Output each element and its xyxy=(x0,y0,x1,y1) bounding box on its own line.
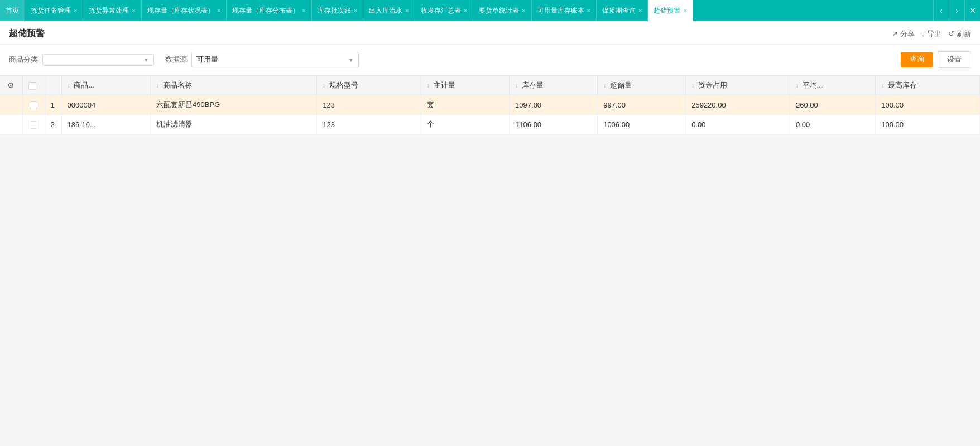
close-tab-icon[interactable]: × xyxy=(405,7,409,14)
close-tab-icon[interactable]: × xyxy=(302,7,305,14)
close-tab-icon[interactable]: × xyxy=(587,7,590,14)
query-button[interactable]: 查询 xyxy=(901,52,933,67)
header-checkbox[interactable] xyxy=(28,82,36,90)
nav-tab-abnormal[interactable]: 拣货异常处理× xyxy=(83,0,141,21)
nav-tab-inventory-dist[interactable]: 现存量（库存分布表）× xyxy=(227,0,311,21)
datasource-select[interactable]: 可用量 ▼ xyxy=(191,52,359,67)
cell-capital: 259220.00 xyxy=(686,95,790,115)
cell-avg: 260.00 xyxy=(790,95,875,115)
datasource-chevron-icon: ▼ xyxy=(348,57,354,63)
cell-stock: 1106.00 xyxy=(510,115,598,134)
nav-arrows: ‹ › ✕ xyxy=(933,0,980,21)
col-capital[interactable]: ↕ 资金占用 xyxy=(686,76,790,95)
page-header: 超储预警 ↗ 分享 ↓ 导出 ↺ 刷新 xyxy=(0,21,980,45)
col-spec-label: 规格型号 xyxy=(329,81,358,89)
nav-arrow-right[interactable]: › xyxy=(949,0,964,21)
sort-icon-overstock: ↕ xyxy=(603,83,606,89)
nav-tab-batch-account[interactable]: 库存批次账× xyxy=(312,0,363,21)
cell-spec: 123 xyxy=(317,95,421,115)
close-tab-icon[interactable]: × xyxy=(354,7,357,14)
col-max-stock-label: 最高库存 xyxy=(888,81,917,89)
cell-settings xyxy=(0,95,22,115)
nav-arrow-left[interactable]: ‹ xyxy=(933,0,949,21)
export-icon: ↓ xyxy=(921,30,925,38)
cell-checkbox xyxy=(22,115,45,134)
sort-icon-spec: ↕ xyxy=(323,83,325,89)
settings-button[interactable]: 设置 xyxy=(938,51,971,68)
row-checkbox[interactable] xyxy=(30,121,37,129)
nav-tab-home[interactable]: 首页 xyxy=(0,0,25,21)
col-product-name-label: 商品名称 xyxy=(163,81,192,89)
close-tab-icon[interactable]: × xyxy=(464,7,467,14)
table-row: 2186-10...机油滤清器123个1106.001006.000.000.0… xyxy=(0,115,980,134)
col-product-name[interactable]: ↕ 商品名称 xyxy=(151,76,317,95)
filter-actions: 查询 设置 xyxy=(901,51,971,68)
close-tab-icon[interactable]: × xyxy=(217,7,220,14)
row-checkbox[interactable] xyxy=(30,101,37,109)
col-product-code-label: 商品... xyxy=(74,81,94,89)
category-chevron-icon: ▼ xyxy=(143,57,149,63)
cell-overstock: 1006.00 xyxy=(598,115,686,134)
sort-icon-max: ↕ xyxy=(881,83,884,89)
header-actions: ↗ 分享 ↓ 导出 ↺ 刷新 xyxy=(892,29,972,39)
nav-arrow-close[interactable]: ✕ xyxy=(964,0,980,21)
overstock-table: ⚙ ↕ 商品... ↕ 商品名称 ↕ xyxy=(0,75,980,134)
filter-bar: 商品分类 ▼ 数据源 可用量 ▼ 查询 设置 xyxy=(0,45,980,75)
col-product-code[interactable]: ↕ 商品... xyxy=(61,76,151,95)
close-tab-icon[interactable]: × xyxy=(132,7,135,14)
datasource-label: 数据源 xyxy=(165,55,187,65)
page-title: 超储预警 xyxy=(9,28,45,40)
cell-index: 1 xyxy=(45,95,61,115)
sort-icon: ↕ xyxy=(68,83,70,89)
cell-product-code: 0000004 xyxy=(61,95,151,115)
col-overstock[interactable]: ↕ 超储量 xyxy=(598,76,686,95)
category-select[interactable]: ▼ xyxy=(42,54,154,66)
table-row: 10000004六配套新昌490BPG123套1097.00997.002592… xyxy=(0,95,980,115)
cell-checkbox xyxy=(22,95,45,115)
nav-tab-overstock-warning[interactable]: 超储预警× xyxy=(648,0,693,21)
category-label: 商品分类 xyxy=(9,55,38,65)
col-capital-label: 资金占用 xyxy=(698,81,727,89)
datasource-select-value: 可用量 xyxy=(196,55,218,65)
close-tab-icon[interactable]: × xyxy=(74,7,77,14)
close-tab-icon[interactable]: × xyxy=(522,7,525,14)
cell-unit: 个 xyxy=(421,115,510,134)
col-unit[interactable]: ↕ 主计量 xyxy=(421,76,510,95)
close-tab-icon[interactable]: × xyxy=(638,7,642,14)
col-avg-label: 平均... xyxy=(803,81,823,89)
export-button[interactable]: ↓ 导出 xyxy=(921,29,942,39)
cell-product-name: 机油滤清器 xyxy=(151,115,317,134)
nav-tab-collect-summary[interactable]: 收发存汇总表× xyxy=(415,0,473,21)
col-unit-label: 主计量 xyxy=(434,81,455,89)
col-stock-label: 库存量 xyxy=(522,81,544,89)
nav-tab-quality-check[interactable]: 保质期查询× xyxy=(597,0,648,21)
col-overstock-label: 超储量 xyxy=(610,81,632,89)
refresh-button[interactable]: ↺ 刷新 xyxy=(948,29,971,39)
cell-unit: 套 xyxy=(421,95,510,115)
nav-tab-in-out-flow[interactable]: 出入库流水× xyxy=(363,0,415,21)
nav-tab-available-account[interactable]: 可用量库存账本× xyxy=(532,0,597,21)
cell-stock: 1097.00 xyxy=(510,95,598,115)
cell-max-stock: 100.00 xyxy=(876,95,980,115)
col-stock[interactable]: ↕ 库存量 xyxy=(510,76,598,95)
col-avg[interactable]: ↕ 平均... xyxy=(790,76,875,95)
sort-icon-capital: ↕ xyxy=(691,83,694,89)
share-icon: ↗ xyxy=(892,30,898,38)
table-container: ⚙ ↕ 商品... ↕ 商品名称 ↕ xyxy=(0,75,980,134)
share-button[interactable]: ↗ 分享 xyxy=(892,29,915,39)
col-settings[interactable]: ⚙ xyxy=(0,76,22,95)
cell-product-name: 六配套新昌490BPG xyxy=(151,95,317,115)
col-checkbox xyxy=(22,76,45,95)
cell-max-stock: 100.00 xyxy=(876,115,980,134)
nav-tab-inventory-status[interactable]: 现存量（库存状况表）× xyxy=(142,0,227,21)
sort-icon-avg: ↕ xyxy=(796,83,799,89)
col-max-stock[interactable]: ↕ 最高库存 xyxy=(876,76,980,95)
category-filter: 商品分类 ▼ xyxy=(9,54,154,66)
nav-tab-order-stat[interactable]: 要货单统计表× xyxy=(473,0,531,21)
close-tab-icon[interactable]: × xyxy=(683,7,686,14)
col-spec[interactable]: ↕ 规格型号 xyxy=(317,76,421,95)
top-navigation: 首页拣货任务管理×拣货异常处理×现存量（库存状况表）×现存量（库存分布表）×库存… xyxy=(0,0,980,21)
nav-tab-task-mgmt[interactable]: 拣货任务管理× xyxy=(25,0,83,21)
cell-index: 2 xyxy=(45,115,61,134)
gear-icon[interactable]: ⚙ xyxy=(7,81,15,90)
